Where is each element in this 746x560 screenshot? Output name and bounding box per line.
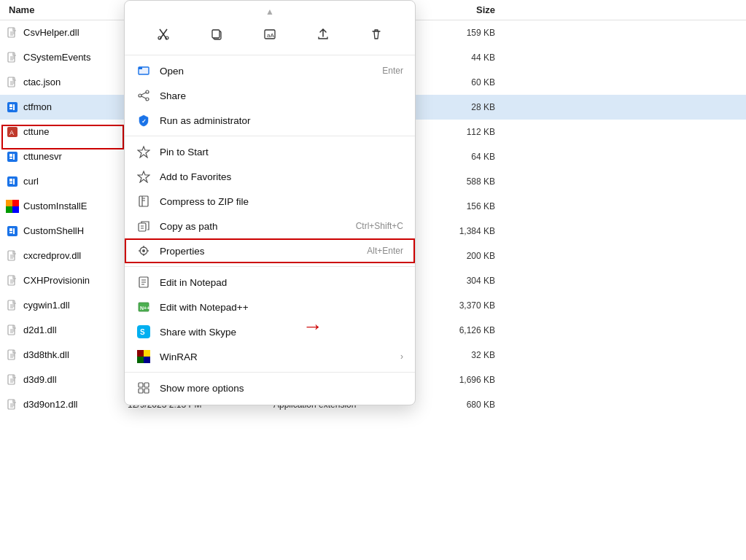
cm-item-icon-properties [136, 244, 151, 258]
cm-item-label-edit-notepadpp: Edit with Notepad++ [160, 302, 403, 313]
svg-rect-15 [9, 108, 12, 109]
col-header-name[interactable]: Name [0, 4, 128, 15]
cm-item-icon-share [136, 88, 151, 103]
cm-item-icon-compress-zip [136, 194, 151, 209]
file-name: d3d9on12.dll [23, 399, 77, 410]
context-menu-item-pin-start[interactable]: Pin to Start [125, 139, 415, 164]
toolbar-copy-button[interactable] [203, 21, 230, 47]
file-icon: A [6, 125, 19, 139]
svg-point-74 [146, 98, 149, 101]
context-menu-item-run-admin[interactable]: ✓ Run as administrator [125, 108, 415, 133]
file-icon [6, 373, 19, 386]
context-menu-separator [125, 372, 415, 373]
svg-rect-28 [6, 206, 12, 213]
svg-text:A: A [9, 129, 14, 136]
file-name: ctfmon [23, 101, 52, 112]
cell-name: cygwin1.dll [0, 299, 128, 312]
cm-item-label-properties: Properties [160, 246, 358, 257]
file-name: cttune [23, 126, 49, 137]
file-explorer: Name Type Size CsvHelper.dll Application… [0, 0, 746, 560]
cm-item-icon-winrar [136, 349, 151, 364]
toolbar-rename-button[interactable]: aA [257, 21, 283, 47]
svg-rect-25 [9, 182, 12, 184]
context-menu-item-copy-path[interactable]: Copy as path Ctrl+Shift+C [125, 214, 415, 238]
svg-rect-19 [9, 154, 12, 157]
annotation-arrow: ← [303, 315, 323, 338]
cell-size: 60 KB [434, 77, 507, 88]
svg-point-88 [142, 249, 145, 252]
svg-rect-102 [137, 350, 144, 357]
cm-item-label-show-more: Show more options [160, 383, 403, 394]
svg-rect-26 [6, 200, 12, 206]
svg-rect-18 [7, 152, 18, 162]
file-name: d3d9.dll [23, 374, 57, 385]
cm-item-icon-add-favorites [136, 169, 151, 184]
context-menu-item-open[interactable]: Open Enter [125, 58, 415, 83]
cell-size: 28 KB [434, 102, 507, 112]
cm-item-icon-copy-path [136, 219, 151, 233]
toolbar-delete-button[interactable] [363, 21, 389, 47]
svg-rect-67 [212, 30, 219, 38]
cell-name: d3d9on12.dll [0, 398, 128, 411]
file-icon [6, 398, 19, 411]
cell-size: 3,370 KB [434, 300, 507, 311]
svg-rect-24 [13, 179, 15, 184]
cm-item-label-pin-start: Pin to Start [160, 147, 403, 158]
svg-marker-78 [138, 147, 149, 158]
context-menu-item-share-skype[interactable]: S Share with Skype [125, 319, 415, 344]
cell-size: 1,384 KB [434, 226, 507, 236]
context-menu-item-show-more[interactable]: Show more options [125, 376, 415, 400]
svg-rect-84 [139, 223, 146, 231]
context-menu: ▲ aA Open Enter [124, 0, 416, 405]
cell-size: 156 KB [434, 201, 507, 211]
svg-rect-29 [12, 206, 19, 213]
file-name: ctac.json [23, 77, 61, 88]
col-header-size[interactable]: Size [434, 4, 507, 15]
svg-rect-27 [12, 200, 19, 206]
cm-item-arrow-winrar: › [400, 351, 403, 362]
cell-name: ctfmon [0, 101, 128, 114]
context-menu-item-share[interactable]: Share [125, 83, 415, 108]
file-icon [6, 26, 19, 39]
cm-item-icon-share-skype: S [136, 324, 151, 339]
context-menu-item-compress-zip[interactable]: Compress to ZIP file [125, 189, 415, 214]
file-name: CustomInstallE [23, 201, 87, 211]
file-name: d3d8thk.dll [23, 349, 69, 360]
svg-rect-104 [137, 357, 144, 363]
cell-size: 304 KB [434, 276, 507, 286]
svg-point-72 [146, 90, 149, 93]
file-name: cttunesvr [23, 151, 62, 162]
svg-rect-22 [7, 176, 18, 187]
context-menu-item-edit-notepad[interactable]: Edit in Notepad [125, 270, 415, 295]
cell-name: curl [0, 175, 128, 188]
cm-item-icon-pin-start [136, 144, 151, 159]
context-menu-item-winrar[interactable]: WinRAR › [125, 344, 415, 369]
toolbar-cut-button[interactable] [150, 21, 176, 47]
cm-item-label-copy-path: Copy as path [160, 221, 347, 232]
cm-item-icon-edit-notepadpp: N++ [136, 300, 151, 314]
cell-name: cxcredprov.dll [0, 249, 128, 262]
context-menu-item-properties[interactable]: Properties Alt+Enter [125, 238, 415, 263]
svg-rect-103 [144, 350, 150, 357]
file-name: curl [23, 176, 39, 187]
file-icon [6, 274, 19, 287]
svg-rect-13 [9, 104, 12, 107]
file-icon [6, 200, 19, 213]
context-menu-separator [125, 266, 415, 267]
file-icon [6, 225, 19, 238]
context-menu-item-edit-notepadpp[interactable]: N++ Edit with Notepad++ [125, 295, 415, 319]
cm-item-label-run-admin: Run as administrator [160, 115, 403, 126]
toolbar-share-button[interactable] [310, 21, 336, 47]
context-menu-item-add-favorites[interactable]: Add to Favorites [125, 164, 415, 189]
file-icon [6, 299, 19, 312]
svg-rect-71 [139, 67, 142, 69]
cell-size: 64 KB [434, 152, 507, 162]
cell-size: 200 KB [434, 251, 507, 261]
cell-name: cttunesvr [0, 150, 128, 163]
cm-item-icon-run-admin: ✓ [136, 113, 151, 128]
file-name: cygwin1.dll [23, 300, 70, 311]
file-icon [6, 349, 19, 362]
file-icon [6, 175, 19, 188]
cell-name: d3d8thk.dll [0, 349, 128, 362]
svg-rect-23 [9, 179, 12, 182]
